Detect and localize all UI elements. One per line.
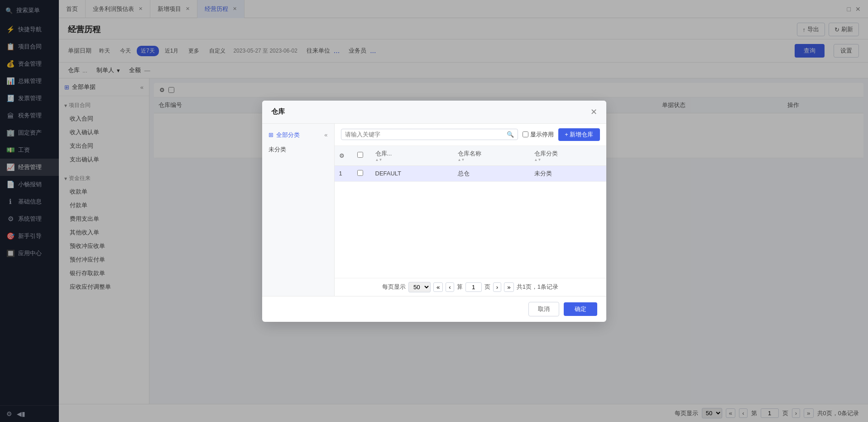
sort-arrows-code: ▲▼ — [375, 158, 449, 162]
dialog-col-category-label: 仓库分类 — [534, 150, 558, 158]
dialog-page-label: 算 — [457, 283, 463, 291]
dialog-toolbar: 🔍 显示停用 + 新增仓库 — [335, 124, 606, 146]
col-dialog-category[interactable]: 仓库分类 ▲▼ — [530, 146, 606, 166]
row-code: DEFAULT — [371, 165, 453, 181]
dialog-collapse-icon[interactable]: « — [324, 131, 327, 138]
sort-arrows-category: ▲▼ — [534, 158, 602, 162]
dialog-first-btn[interactable]: « — [433, 282, 443, 292]
col-select-all[interactable] — [353, 146, 371, 166]
dialog-all-categories-label: 全部分类 — [276, 131, 300, 139]
dialog-body: ⊞ 全部分类 « 未分类 🔍 显示停用 — [262, 124, 606, 296]
dialog-right-panel: 🔍 显示停用 + 新增仓库 ⚙ — [335, 124, 606, 296]
dialog-last-btn[interactable]: » — [504, 282, 513, 292]
dialog-col-name-label: 仓库名称 — [458, 150, 481, 158]
dialog-pagination: 每页显示 50 « ‹ 算 页 › » 共1页，1条记录 — [335, 278, 606, 296]
dialog-page-suffix: 页 — [484, 283, 490, 291]
dialog-next-btn[interactable]: › — [493, 282, 501, 292]
dialog-per-page-select[interactable]: 50 — [408, 282, 431, 292]
confirm-button[interactable]: 确定 — [564, 302, 597, 316]
dialog-grid-icon: ⊞ — [269, 131, 273, 138]
sort-arrows-name: ▲▼ — [458, 158, 525, 162]
dialog-search-input[interactable] — [345, 131, 504, 138]
row-name: 总仓 — [453, 165, 530, 181]
dialog-per-page-label: 每页显示 — [382, 283, 406, 291]
warehouse-dialog: 仓库 ✕ ⊞ 全部分类 « 未分类 🔍 — [262, 101, 606, 322]
dialog-header: 仓库 ✕ — [262, 101, 606, 124]
row-checkbox-cell[interactable] — [353, 165, 371, 181]
show-disabled-checkbox[interactable] — [523, 131, 528, 137]
col-dialog-code[interactable]: 仓库... ▲▼ — [371, 146, 453, 166]
col-settings[interactable]: ⚙ — [335, 146, 353, 166]
dialog-col-code-label: 仓库... — [375, 150, 392, 158]
cancel-button[interactable]: 取消 — [528, 302, 559, 316]
dialog-close-button[interactable]: ✕ — [590, 107, 597, 117]
show-disabled-text: 显示停用 — [530, 131, 554, 139]
dialog-search-icon: 🔍 — [507, 131, 514, 138]
dialog-page-input[interactable] — [465, 282, 482, 292]
overlay[interactable]: 仓库 ✕ ⊞ 全部分类 « 未分类 🔍 — [0, 0, 868, 422]
show-disabled-label: 显示停用 — [523, 131, 554, 139]
col-dialog-name[interactable]: 仓库名称 ▲▼ — [453, 146, 530, 166]
dialog-table-row[interactable]: 1 DEFAULT 总仓 未分类 — [335, 165, 606, 181]
dialog-uncategorized-item[interactable]: 未分类 — [262, 142, 334, 157]
dialog-select-all[interactable] — [357, 152, 363, 158]
dialog-title: 仓库 — [271, 107, 285, 116]
dialog-prev-btn[interactable]: ‹ — [446, 282, 454, 292]
row-category: 未分类 — [530, 165, 606, 181]
dialog-left-header: ⊞ 全部分类 « — [262, 128, 334, 142]
dialog-total: 共1页，1条记录 — [517, 283, 558, 291]
add-warehouse-button[interactable]: + 新增仓库 — [558, 128, 599, 141]
dialog-footer: 取消 确定 — [262, 296, 606, 322]
dialog-search-box[interactable]: 🔍 — [341, 129, 518, 140]
dialog-left-panel: ⊞ 全部分类 « 未分类 — [262, 124, 335, 296]
dialog-table-wrap: ⚙ 仓库... ▲▼ 仓库名称 ▲▼ — [335, 146, 606, 278]
row-checkbox[interactable] — [357, 170, 363, 176]
row-index: 1 — [335, 165, 353, 181]
dialog-table-header: ⚙ 仓库... ▲▼ 仓库名称 ▲▼ — [335, 146, 606, 166]
dialog-table: ⚙ 仓库... ▲▼ 仓库名称 ▲▼ — [335, 146, 606, 182]
